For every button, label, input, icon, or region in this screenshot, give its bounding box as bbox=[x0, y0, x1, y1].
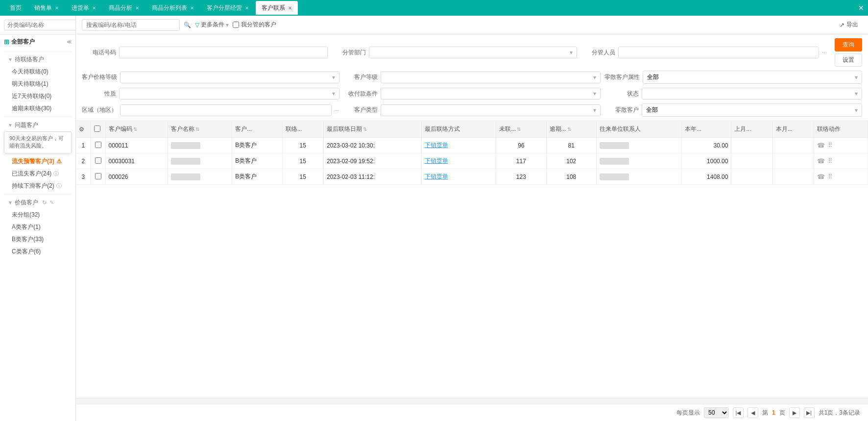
region-input[interactable] bbox=[120, 104, 332, 116]
zero-customer-select[interactable]: 全部 ▾ bbox=[642, 103, 862, 117]
sidebar-group-problem[interactable]: ▼ 问题客户 bbox=[0, 119, 75, 131]
tab-customer-contact[interactable]: 客户联系 ✕ bbox=[256, 1, 298, 15]
close-tab-customer-contact[interactable]: ✕ bbox=[288, 5, 292, 11]
td-method-3[interactable]: 下销货单 bbox=[421, 169, 496, 185]
tab-analysis-list[interactable]: 商品分析列表 ✕ bbox=[146, 1, 200, 15]
sidebar-item-overdue[interactable]: 逾期未联络(30) bbox=[0, 102, 75, 115]
my-customers-checkbox[interactable] bbox=[233, 22, 239, 28]
td-check-2[interactable] bbox=[91, 153, 105, 169]
next-page-btn[interactable]: ▶ bbox=[789, 407, 800, 418]
th-last-date[interactable]: 最后联络日期⇅ bbox=[323, 121, 421, 138]
sidebar-item-7days[interactable]: 近7天待联络(0) bbox=[0, 90, 75, 102]
sidebar-item-tomorrow[interactable]: 明天待联络(1) bbox=[0, 78, 75, 90]
th-contacts[interactable]: 往来单位联系人 bbox=[596, 121, 681, 138]
sidebar-item-churned[interactable]: 已流失客户(24) ⓘ bbox=[0, 168, 75, 180]
dept-select[interactable]: ▾ bbox=[369, 47, 578, 58]
filter-search-input[interactable] bbox=[82, 19, 180, 31]
th-name[interactable]: 客户名称⇅ bbox=[168, 121, 232, 138]
customer-type-select[interactable]: ▾ bbox=[381, 104, 601, 116]
td-type-2: B类客户 bbox=[232, 153, 282, 169]
filter-customer-level: 客户等级 ▾ bbox=[343, 72, 601, 83]
sidebar-item-a-class[interactable]: A类客户(1) bbox=[0, 221, 75, 233]
close-tab-sales[interactable]: ✕ bbox=[55, 5, 59, 11]
close-window-button[interactable]: ✕ bbox=[858, 4, 864, 12]
customer-table: ⚙ 客户编码⇅ 客户名称⇅ 客户... 联络... bbox=[76, 121, 868, 185]
filter-search-icon[interactable]: 🔍 bbox=[184, 22, 191, 28]
sidebar-all-customers[interactable]: ⊞ 全部客户 ≪ bbox=[0, 35, 75, 49]
td-check-3[interactable] bbox=[91, 169, 105, 185]
refresh-icon[interactable]: ↻ bbox=[42, 199, 47, 206]
sidebar-group-pending[interactable]: ▼ 待联络客户 bbox=[0, 53, 75, 66]
per-page-label: 每页显示 bbox=[676, 409, 700, 417]
td-check-1[interactable] bbox=[91, 138, 105, 153]
gender-select[interactable]: ▾ bbox=[119, 88, 339, 99]
table-row: 2 00030031 B类客户 15 2023-02-09 19:52: 下销货… bbox=[76, 153, 868, 169]
td-method-1[interactable]: 下销货单 bbox=[421, 138, 496, 153]
phone-action-icon-2[interactable]: ☎ bbox=[817, 157, 825, 165]
my-customers-check[interactable]: 我分管的客户 bbox=[233, 21, 276, 29]
th-contact[interactable]: 联络... bbox=[282, 121, 323, 138]
sidebar-search-input[interactable] bbox=[4, 20, 76, 30]
last-page-btn[interactable]: ▶| bbox=[804, 407, 815, 418]
th-last-method[interactable]: 最后联络方式 bbox=[421, 121, 496, 138]
edit-icon[interactable]: ✎ bbox=[49, 199, 54, 206]
query-button[interactable]: 查询 bbox=[835, 38, 862, 51]
th-annual[interactable]: 本年... bbox=[682, 121, 731, 138]
close-tab-customer-tier[interactable]: ✕ bbox=[245, 5, 249, 11]
filter-payment: 收付款条件 ▾ bbox=[343, 88, 601, 99]
sidebar-group-value[interactable]: ▼ 价值客户 ↻ ✎ bbox=[0, 197, 75, 209]
filter-more-btn[interactable]: ▽ 更多条件 ▾ bbox=[195, 21, 229, 29]
tab-analysis[interactable]: 商品分析 ✕ bbox=[103, 1, 145, 15]
row-checkbox-3[interactable] bbox=[95, 173, 101, 179]
th-code[interactable]: 客户编码⇅ bbox=[105, 121, 168, 138]
person-dots[interactable]: ··· bbox=[822, 49, 827, 56]
sidebar-item-today[interactable]: 今天待联络(0) bbox=[0, 66, 75, 78]
row-checkbox-1[interactable] bbox=[95, 142, 101, 148]
sidebar-item-declining[interactable]: 持续下滑客户(2) ⓘ bbox=[0, 180, 75, 192]
zero-attr-select[interactable]: 全部 ▾ bbox=[643, 71, 862, 84]
td-last-month-2 bbox=[731, 153, 772, 169]
total-records: 共1页，3条记录 bbox=[819, 409, 860, 417]
menu-action-icon-2[interactable]: ⠿ bbox=[828, 157, 833, 165]
menu-action-icon-3[interactable]: ⠿ bbox=[828, 173, 833, 180]
menu-action-icon[interactable]: ⠿ bbox=[828, 142, 833, 149]
th-settings[interactable]: ⚙ bbox=[76, 121, 91, 138]
select-all-checkbox[interactable] bbox=[94, 125, 100, 132]
sidebar-item-c-class[interactable]: C类客户(6) bbox=[0, 246, 75, 258]
payment-select[interactable]: ▾ bbox=[381, 88, 601, 99]
phone-action-icon-3[interactable]: ☎ bbox=[817, 173, 825, 180]
tab-sales[interactable]: 销售单 ✕ bbox=[28, 1, 65, 15]
sidebar-item-b-class[interactable]: B类客户(33) bbox=[0, 233, 75, 246]
row-checkbox-2[interactable] bbox=[95, 157, 101, 164]
close-tab-analysis[interactable]: ✕ bbox=[135, 5, 139, 11]
close-tab-purchase[interactable]: ✕ bbox=[92, 5, 96, 11]
th-this-month[interactable]: 本月... bbox=[772, 121, 814, 138]
phone-action-icon[interactable]: ☎ bbox=[817, 142, 825, 149]
action-icons-1: ☎ ⠿ bbox=[817, 142, 865, 149]
export-button[interactable]: ↗ 导出 bbox=[836, 19, 862, 31]
th-type[interactable]: 客户... bbox=[232, 121, 282, 138]
price-level-select[interactable]: ▾ bbox=[120, 72, 339, 83]
th-last-month[interactable]: 上月... bbox=[731, 121, 772, 138]
status-select[interactable]: ▾ bbox=[642, 88, 862, 99]
th-checkbox[interactable] bbox=[91, 121, 105, 138]
th-uncontacted[interactable]: 未联...⇅ bbox=[496, 121, 546, 138]
sidebar-item-unclassified[interactable]: 未分组(32) bbox=[0, 209, 75, 221]
tab-purchase[interactable]: 进货单 ✕ bbox=[66, 1, 102, 15]
th-overdue[interactable]: 逾期...⇅ bbox=[546, 121, 596, 138]
region-dots[interactable]: ··· bbox=[335, 107, 339, 114]
td-method-2[interactable]: 下销货单 bbox=[421, 153, 496, 169]
first-page-btn[interactable]: |◀ bbox=[733, 407, 744, 418]
phone-input[interactable] bbox=[119, 47, 328, 58]
sidebar-item-churn-warning[interactable]: 流失预警客户(3) ⚠ bbox=[0, 155, 75, 168]
horizontal-scrollbar[interactable] bbox=[76, 398, 868, 404]
settings-button[interactable]: 设置 bbox=[835, 53, 862, 67]
customer-level-select[interactable]: ▾ bbox=[381, 72, 601, 83]
person-input[interactable] bbox=[618, 47, 819, 58]
per-page-select[interactable]: 50 100 200 bbox=[704, 407, 729, 418]
tab-home[interactable]: 首页 bbox=[4, 1, 27, 15]
prev-page-btn[interactable]: ◀ bbox=[747, 407, 758, 418]
sidebar-collapse-icon[interactable]: ≪ bbox=[67, 39, 72, 45]
close-tab-analysis-list[interactable]: ✕ bbox=[190, 5, 194, 11]
tab-customer-tier[interactable]: 客户分层经营 ✕ bbox=[201, 1, 255, 15]
